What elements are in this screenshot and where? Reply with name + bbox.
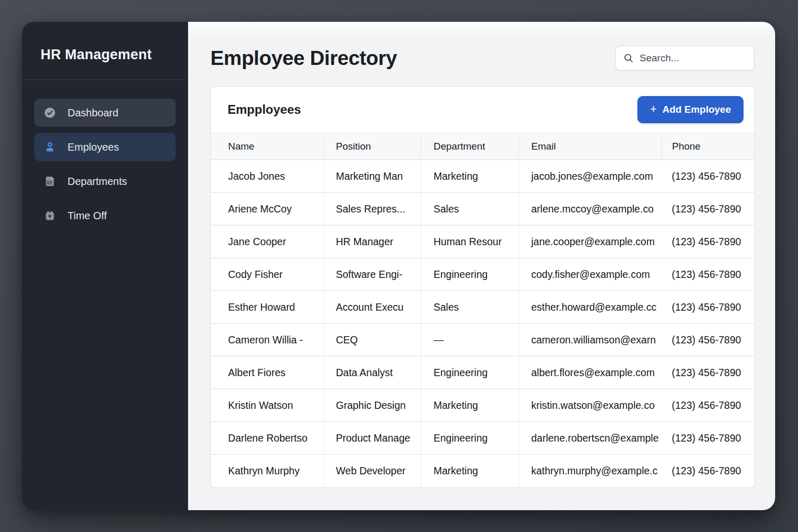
user-icon xyxy=(44,141,56,153)
table-row: Cody Fisher Software Engi- Engineering c… xyxy=(211,258,754,291)
cell-name: Jacob Jones xyxy=(211,160,323,193)
cell-position: Software Engi- xyxy=(323,258,421,291)
cell-department: Engineering xyxy=(421,258,518,291)
column-header-email: Email xyxy=(518,133,661,160)
table-row: Albert Fiores Data Analyst Engineering a… xyxy=(211,356,754,389)
check-circle-icon xyxy=(44,107,56,119)
add-employee-label: Add Employee xyxy=(662,104,731,115)
sidebar-item-departments[interactable]: Departments xyxy=(34,167,176,195)
cell-name: Kathryn Murphy xyxy=(211,455,323,487)
cell-email: arlene.mccoy@example.co xyxy=(518,193,661,225)
column-header-phone: Phone xyxy=(661,133,754,160)
table-row: Esther Howard Account Execu Sales esther… xyxy=(211,291,754,324)
cell-email: esther.howard@example.cc xyxy=(518,291,661,324)
cell-name: Cameron Willia - xyxy=(211,324,323,356)
cell-phone: (123) 456-7890 xyxy=(661,422,754,455)
cell-email: albert.flores@example.com xyxy=(518,356,661,389)
sidebar-item-time-off[interactable]: Time Off xyxy=(34,202,176,230)
cell-position: Product Manage xyxy=(323,422,421,455)
cell-email: jacob.jones@example.com xyxy=(518,160,661,193)
cell-email: cameron.williamson@exarn xyxy=(518,324,661,356)
plus-icon: + xyxy=(650,103,657,115)
cell-position: Data Analyst xyxy=(323,356,421,389)
sidebar-item-label: Departments xyxy=(68,176,127,188)
cell-phone: (123) 456-7890 xyxy=(661,356,754,389)
search-box[interactable] xyxy=(615,46,754,71)
column-header-name: Name xyxy=(211,133,323,160)
cell-phone: (123) 456-7890 xyxy=(661,455,754,487)
cell-name: Jane Cooper xyxy=(211,225,323,258)
add-employee-button[interactable]: + Add Employee xyxy=(637,96,743,123)
sidebar-item-label: Time Off xyxy=(68,210,107,222)
cell-department: Marketing xyxy=(421,160,518,193)
cell-phone: (123) 456-7890 xyxy=(661,258,754,291)
cell-position: Sales Repres... xyxy=(323,193,421,225)
table-header: Name Position Department Email Phone xyxy=(211,133,754,160)
building-grid-icon xyxy=(44,175,56,188)
column-header-position: Position xyxy=(323,133,421,160)
cell-name: Darlene Robertso xyxy=(211,422,323,455)
cell-position: Account Execu xyxy=(323,291,421,324)
sidebar-item-dashboard[interactable]: Dashboard xyxy=(34,99,176,127)
app-title: HR Management xyxy=(41,47,188,63)
cell-phone: (123) 456-7890 xyxy=(661,160,754,193)
topbar: Employee Directory xyxy=(210,46,754,71)
cell-department: Sales xyxy=(421,291,518,324)
app-window: HR Management Dashboard Employees xyxy=(22,22,775,510)
cell-department: Marketing xyxy=(421,455,518,487)
sidebar-item-label: Dashboard xyxy=(68,107,118,119)
table-row: Jacob Jones Marketing Man Marketing jaco… xyxy=(211,160,754,193)
cell-department: — xyxy=(421,324,518,356)
calendar-icon xyxy=(44,209,56,222)
cell-email: cody.fisher@example.com xyxy=(518,258,661,291)
cell-position: Marketing Man xyxy=(323,160,421,193)
sidebar-item-employees[interactable]: Employees xyxy=(34,133,176,161)
sidebar-divider xyxy=(22,79,188,80)
table-row: Kathryn Murphy Web Developer Marketing k… xyxy=(211,455,754,487)
cell-name: Albert Fiores xyxy=(211,356,323,389)
search-icon xyxy=(623,52,634,64)
cell-email: jane.cooper@example.com xyxy=(518,225,661,258)
cell-position: HR Manager xyxy=(323,225,421,258)
table-row: Cameron Willia - CEQ — cameron.williamso… xyxy=(211,324,754,356)
cell-phone: (123) 456-7890 xyxy=(661,225,754,258)
column-header-department: Department xyxy=(421,133,518,160)
table-row: Kristin Watson Graphic Design Marketing … xyxy=(211,389,754,422)
cell-department: Human Resour xyxy=(421,225,518,258)
cell-phone: (123) 456-7890 xyxy=(661,324,754,356)
cell-name: Cody Fisher xyxy=(211,258,323,291)
cell-email: kathryn.murphy@example.c xyxy=(518,455,661,487)
table-row: Darlene Robertso Product Manage Engineer… xyxy=(211,422,754,455)
cell-phone: (123) 456-7890 xyxy=(661,389,754,422)
card-header: Empployees + Add Employee xyxy=(211,87,754,132)
cell-department: Marketing xyxy=(421,389,518,422)
cell-name: Ariene McCoy xyxy=(211,193,323,225)
page-title: Employee Directory xyxy=(210,47,397,70)
table-row: Ariene McCoy Sales Repres... Sales arlen… xyxy=(211,193,754,225)
cell-email: darlene.robertscn@example xyxy=(518,422,661,455)
sidebar-item-label: Employees xyxy=(68,141,119,153)
table-row: Jane Cooper HR Manager Human Resour jane… xyxy=(211,225,754,258)
cell-department: Engineering xyxy=(421,356,518,389)
cell-position: Graphic Design xyxy=(323,389,421,422)
employees-card: Empployees + Add Employee Name Position … xyxy=(210,86,755,488)
cell-phone: (123) 456-7890 xyxy=(661,193,754,225)
cell-position: CEQ xyxy=(323,324,421,356)
card-title: Empployees xyxy=(228,102,301,117)
cell-email: kristin.watson@example.co xyxy=(518,389,661,422)
cell-department: Sales xyxy=(421,193,518,225)
sidebar-nav: Dashboard Employees xyxy=(34,99,176,230)
main-content: Employee Directory Empployees + Add Empl… xyxy=(188,22,775,510)
sidebar: HR Management Dashboard Employees xyxy=(22,22,188,510)
cell-name: Kristin Watson xyxy=(211,389,323,422)
employees-table: Name Position Department Email Phone Jac… xyxy=(211,132,754,487)
cell-phone: (123) 456-7890 xyxy=(661,291,754,324)
cell-name: Esther Howard xyxy=(211,291,323,324)
cell-position: Web Developer xyxy=(323,455,421,487)
cell-department: Engineering xyxy=(421,422,518,455)
search-input[interactable] xyxy=(640,52,747,64)
